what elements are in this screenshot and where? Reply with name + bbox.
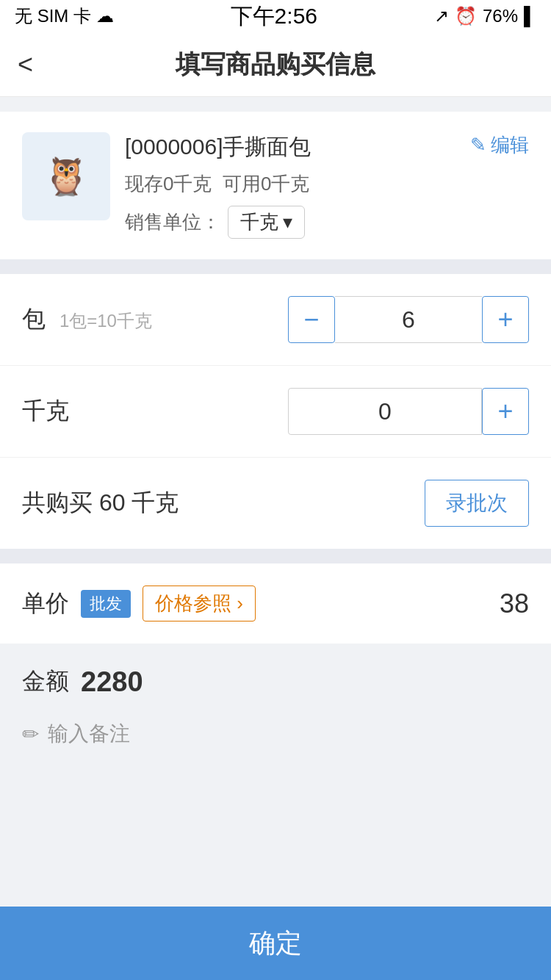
product-info: [0000006]手撕面包 现存0千克 可用0千克 销售单位： 千克 ▾ — [125, 132, 529, 239]
quantity-bao-control: − + — [288, 296, 529, 343]
amount-value: 2280 — [81, 666, 143, 698]
quantity-kg-row: 千克 + — [0, 366, 551, 458]
quantity-kg-control: + — [288, 388, 529, 435]
price-type-badge: 批发 — [81, 590, 131, 618]
sim-status: 无 SIM 卡 ☁ — [15, 4, 114, 28]
section-divider-1 — [0, 259, 551, 274]
summary-row: 共购买 60 千克 录批次 — [0, 458, 551, 549]
status-bar: 无 SIM 卡 ☁ 下午2:56 ↗ ⏰ 76% ▌ — [0, 0, 551, 32]
bao-plus-button[interactable]: + — [482, 296, 529, 343]
back-button[interactable]: < — [18, 49, 33, 80]
bao-quantity-input[interactable] — [335, 296, 482, 343]
battery-icon: ▌ — [524, 6, 536, 26]
quantity-bao-row: 包 1包=10千克 − + — [0, 274, 551, 366]
amount-label: 金额 — [22, 666, 69, 698]
quantity-bao-section: 包 1包=10千克 − + 千克 + — [0, 274, 551, 458]
note-icon: ✏ — [22, 722, 39, 746]
price-value: 38 — [500, 588, 529, 619]
page-title: 填写商品购买信息 — [176, 48, 375, 82]
section-divider-2 — [0, 549, 551, 563]
status-left: 无 SIM 卡 ☁ — [15, 4, 114, 28]
product-card: 🦉 [0000006]手撕面包 现存0千克 可用0千克 销售单位： 千克 ▾ ✎… — [0, 112, 551, 259]
status-right: ↗ ⏰ 76% ▌ — [434, 6, 536, 26]
unit-select[interactable]: 千克 ▾ — [228, 206, 305, 239]
summary-text: 共购买 60 千克 — [22, 487, 179, 519]
product-unit-row: 销售单位： 千克 ▾ — [125, 206, 529, 239]
note-placeholder: 输入备注 — [48, 720, 130, 748]
product-stock: 现存0千克 可用0千克 — [125, 171, 529, 197]
status-time: 下午2:56 — [231, 1, 317, 32]
bao-minus-button[interactable]: − — [288, 296, 335, 343]
product-image: 🦉 — [22, 132, 110, 220]
batch-button[interactable]: 录批次 — [425, 480, 529, 527]
amount-row: 金额 2280 — [22, 666, 529, 698]
quantity-bao-hint: 1包=10千克 — [60, 311, 152, 331]
alarm-icon: ⏰ — [455, 6, 477, 26]
price-label: 单价 — [22, 588, 69, 620]
amount-section: 金额 2280 ✏ 输入备注 — [0, 644, 551, 755]
quantity-kg-label: 千克 — [22, 395, 288, 428]
quantity-bao-label: 包 1包=10千克 — [22, 303, 288, 336]
chevron-down-icon: ▾ — [283, 211, 292, 234]
edit-button[interactable]: ✎ 编辑 — [470, 132, 529, 158]
price-reference-button[interactable]: 价格参照 › — [143, 586, 256, 621]
nav-bar: < 填写商品购买信息 — [0, 32, 551, 97]
kg-quantity-input[interactable] — [288, 388, 482, 435]
confirm-button[interactable]: 确定 — [0, 907, 551, 980]
kg-plus-button[interactable]: + — [482, 388, 529, 435]
edit-icon: ✎ — [470, 134, 486, 156]
product-thumbnail-icon: 🦉 — [43, 155, 89, 198]
price-section: 单价 批发 价格参照 › 38 — [0, 563, 551, 644]
product-name: [0000006]手撕面包 — [125, 132, 529, 162]
location-icon: ↗ — [434, 6, 449, 26]
note-row[interactable]: ✏ 输入备注 — [22, 713, 529, 755]
battery-level: 76% — [483, 6, 518, 26]
